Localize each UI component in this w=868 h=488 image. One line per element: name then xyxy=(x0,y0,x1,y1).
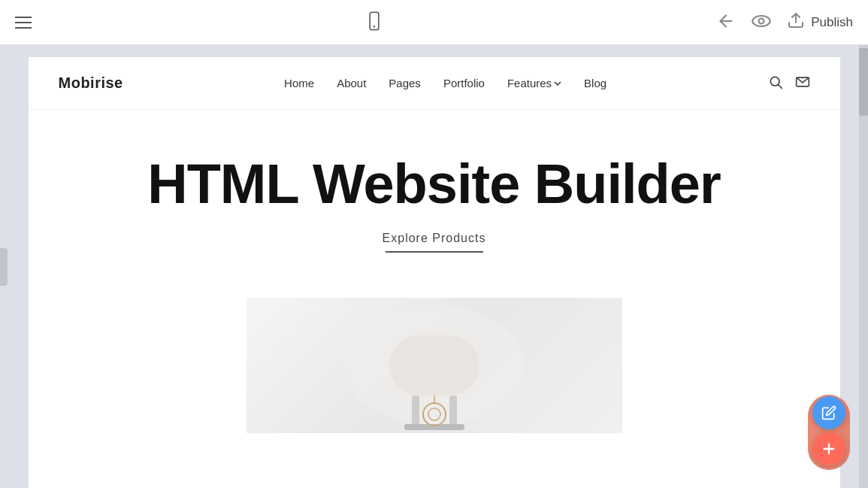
publish-label: Publish xyxy=(811,15,853,30)
canvas-wrapper: Mobirise Home About Pages Portfolio Feat… xyxy=(0,45,868,488)
toolbar-center xyxy=(364,11,385,35)
site-image-box xyxy=(246,298,622,433)
publish-upload-icon xyxy=(787,11,805,33)
hero-underline xyxy=(386,251,483,253)
site-nav-icons xyxy=(768,74,810,92)
svg-rect-11 xyxy=(449,396,457,426)
nav-link-home[interactable]: Home xyxy=(284,77,314,89)
preview-icon[interactable] xyxy=(751,11,772,35)
nav-link-about[interactable]: About xyxy=(337,77,366,89)
site-preview: Mobirise Home About Pages Portfolio Feat… xyxy=(29,57,840,488)
fab-container xyxy=(812,396,845,465)
left-resize-handle[interactable] xyxy=(0,248,8,286)
site-logo: Mobirise xyxy=(59,74,123,92)
svg-rect-9 xyxy=(389,335,479,396)
mobile-preview-icon[interactable] xyxy=(364,11,385,35)
site-image-area xyxy=(29,283,840,433)
nav-link-portfolio[interactable]: Portfolio xyxy=(443,77,485,89)
nav-email-icon[interactable] xyxy=(795,74,810,92)
fab-edit-button[interactable] xyxy=(812,396,845,429)
hamburger-icon[interactable] xyxy=(15,17,32,29)
site-nav-links: Home About Pages Portfolio Features Blog xyxy=(284,77,606,89)
back-icon[interactable] xyxy=(716,11,736,34)
svg-point-2 xyxy=(753,16,770,26)
svg-point-3 xyxy=(759,18,764,23)
nav-link-features[interactable]: Features xyxy=(507,77,561,89)
site-nav: Mobirise Home About Pages Portfolio Feat… xyxy=(29,57,840,110)
site-hero: HTML Website Builder Explore Products xyxy=(29,110,840,283)
nav-search-icon[interactable] xyxy=(768,74,783,92)
toolbar-left xyxy=(15,17,32,29)
svg-rect-10 xyxy=(412,396,419,426)
svg-line-6 xyxy=(778,84,782,88)
publish-button[interactable]: Publish xyxy=(787,11,853,33)
toolbar-right: Publish xyxy=(716,11,853,35)
toolbar: Publish xyxy=(0,0,868,45)
scrollbar-thumb[interactable] xyxy=(859,48,868,116)
nav-link-blog[interactable]: Blog xyxy=(584,77,606,89)
hero-subtitle: Explore Products xyxy=(59,232,810,245)
nav-link-pages[interactable]: Pages xyxy=(389,77,421,89)
hero-title: HTML Website Builder xyxy=(59,155,810,214)
fab-add-button[interactable] xyxy=(812,432,845,465)
scrollbar[interactable] xyxy=(859,45,868,488)
